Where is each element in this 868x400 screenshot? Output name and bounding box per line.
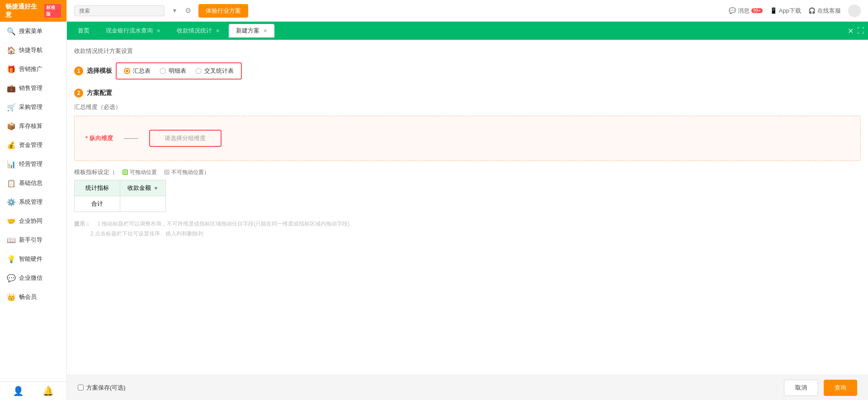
draggable-label: 可拖动位置 <box>130 169 157 176</box>
save-checkbox-label[interactable]: 方案保存(可选) <box>78 384 126 392</box>
save-checkbox[interactable] <box>78 385 84 391</box>
message-item[interactable]: 💬 消息 99+ <box>729 7 763 15</box>
tips: 提示： 1.拖动标题栏可以调整布局，不可跨维度或指标区域拖动任目字段(只能在同一… <box>74 219 861 239</box>
sidebar-icon-marketing: 🎁 <box>7 65 15 73</box>
radio-cross-dot <box>195 68 202 74</box>
sidebar-icon-inventory: 📦 <box>7 122 15 130</box>
tab-home[interactable]: 首页 <box>71 24 97 38</box>
non-draggable-dot <box>164 169 170 175</box>
save-label: 方案保存(可选) <box>86 384 126 392</box>
main-area: ▼ ⚙ 体验行业方案 💬 消息 99+ 📱 App下载 🎧 在线客服 首页 <box>67 0 868 400</box>
tab-home-label: 首页 <box>78 27 90 35</box>
tab-cashbank-close[interactable]: ✕ <box>156 28 160 34</box>
radio-detail[interactable]: 明细表 <box>160 67 186 75</box>
topbar-actions: 💬 消息 99+ 📱 App下载 🎧 在线客服 <box>729 5 861 17</box>
row-label-text: 合计 <box>91 200 103 207</box>
sidebar-icon-quick-nav: 🏠 <box>7 46 15 54</box>
indicator-header: 模板指标设定（ 可拖动位置 不可拖动位置） <box>74 168 861 176</box>
indicator-group-label: 统计指标 <box>85 184 109 191</box>
indicator-row-cell <box>120 196 166 212</box>
sidebar-icon-management: 📊 <box>7 160 15 168</box>
radio-detail-dot <box>160 68 166 74</box>
config-subtitle: 汇总维度（必选） <box>74 103 861 111</box>
step2-num: 2 <box>74 89 83 98</box>
step1-section: 1 选择模板 汇总表 明细表 交叉统计表 <box>74 62 861 80</box>
window-close-btn[interactable]: ✕ <box>848 27 854 35</box>
sidebar-icon-purchase: 🛒 <box>7 103 15 111</box>
sidebar-logo: 畅捷通好生意 标准版 <box>0 0 66 22</box>
tab-cashbank[interactable]: 现金银行流水查询 ✕ <box>99 24 168 38</box>
dim-selector[interactable]: 请选择分组维度 <box>149 130 222 147</box>
tab-receipts-label: 收款情况统计 <box>177 27 212 35</box>
step2-header: 2 方案配置 <box>74 89 861 98</box>
sidebar-icon-finance: 💰 <box>7 141 15 149</box>
sidebar-label-purchase: 采购管理 <box>19 103 42 111</box>
sidebar-item-member[interactable]: 👑畅会员 <box>0 287 66 306</box>
window-controls: ✕ ⛶ <box>848 27 864 35</box>
service-icon: 🎧 <box>808 7 816 14</box>
radio-summary-label: 汇总表 <box>133 67 151 75</box>
sidebar-item-system[interactable]: ⚙️系统管理 <box>0 193 66 212</box>
sidebar-label-smart-hw: 智能硬件 <box>19 255 42 263</box>
app-download-label: App下载 <box>779 7 801 15</box>
sidebar-item-base-info[interactable]: 📋基础信息 <box>0 174 66 193</box>
sidebar-bottom-icon1[interactable]: 👤 <box>13 386 24 396</box>
sidebar-icon-sales: 💼 <box>7 84 15 92</box>
tab-receipts-close[interactable]: ✕ <box>216 28 220 34</box>
tab-newscheme-close[interactable]: ✕ <box>263 28 267 34</box>
col-header-text: 收款金额 <box>127 184 151 192</box>
cancel-button[interactable]: 取消 <box>784 380 818 396</box>
tabbar: 首页 现金银行流水查询 ✕ 收款情况统计 ✕ 新建方案 ✕ ✕ ⛶ <box>67 22 868 40</box>
sidebar-icon-member: 👑 <box>7 293 15 301</box>
tab-receipts[interactable]: 收款情况统计 ✕ <box>170 24 227 38</box>
sidebar-bottom-icon2[interactable]: 🔔 <box>42 386 54 396</box>
app-download-item[interactable]: 📱 App下载 <box>770 7 801 15</box>
tips-title: 提示： <box>74 221 90 227</box>
draggable-dot <box>123 169 128 175</box>
radio-summary[interactable]: 汇总表 <box>124 67 151 75</box>
dimension-area: * 纵向维度 —— 请选择分组维度 <box>74 116 861 161</box>
sidebar-label-inventory: 库存核算 <box>19 122 42 130</box>
sidebar-item-wechat[interactable]: 💬企业微信 <box>0 268 66 287</box>
draggable-badge: 可拖动位置 <box>123 169 157 176</box>
sidebar-item-finance[interactable]: 💰资金管理 <box>0 136 66 155</box>
sidebar-label-sales: 销售管理 <box>19 84 42 92</box>
query-button[interactable]: 查询 <box>824 380 857 396</box>
tab-cashbank-label: 现金银行流水查询 <box>106 27 153 35</box>
non-draggable-label: 不可拖动位置） <box>171 169 209 176</box>
sidebar-item-management[interactable]: 📊经营管理 <box>0 155 66 174</box>
sidebar-item-purchase[interactable]: 🛒采购管理 <box>0 98 66 117</box>
search-input[interactable] <box>74 5 165 16</box>
message-label: 消息 <box>738 7 750 15</box>
online-service-label: 在线客服 <box>817 7 841 15</box>
sidebar-item-search-menu[interactable]: 🔍搜索菜单 <box>0 22 66 41</box>
sidebar-item-marketing[interactable]: 🎁营销推广 <box>0 60 66 79</box>
sidebar-item-quick-nav[interactable]: 🏠快捷导航 <box>0 41 66 60</box>
message-badge: 99+ <box>751 8 763 13</box>
user-avatar[interactable] <box>848 5 861 17</box>
sidebar-bottom: 👤 🔔 <box>0 381 66 400</box>
sidebar-item-sales[interactable]: 💼销售管理 <box>0 79 66 98</box>
topbar-dropdown-icon[interactable]: ▼ <box>172 7 178 14</box>
window-maximize-btn[interactable]: ⛶ <box>857 27 864 35</box>
step1-title: 选择模板 <box>87 67 112 75</box>
step1-header: 1 选择模板 汇总表 明细表 交叉统计表 <box>74 62 861 80</box>
sidebar-item-enterprise[interactable]: 🤝企业协同 <box>0 212 66 231</box>
template-box: 汇总表 明细表 交叉统计表 <box>116 62 242 80</box>
industry-btn[interactable]: 体验行业方案 <box>198 4 248 18</box>
tab-newscheme[interactable]: 新建方案 ✕ <box>229 24 274 38</box>
sidebar-label-finance: 资金管理 <box>19 141 42 149</box>
col-dropdown-arrow[interactable]: ▼ <box>154 186 158 191</box>
sidebar-item-guide[interactable]: 📖新手引导 <box>0 231 66 249</box>
sidebar-label-management: 经营管理 <box>19 160 42 168</box>
page-title: 收款情况统计方案设置 <box>74 47 861 55</box>
sidebar-item-smart-hw[interactable]: 💡智能硬件 <box>0 249 66 268</box>
tip1: 1.拖动标题栏可以调整布局，不可跨维度或指标区域拖动任目字段(只能在同一维度或指… <box>92 221 349 227</box>
sidebar-label-search-menu: 搜索菜单 <box>19 27 42 35</box>
topbar-gear-icon[interactable]: ⚙ <box>185 6 191 15</box>
radio-summary-dot <box>124 68 130 74</box>
radio-cross[interactable]: 交叉统计表 <box>195 67 234 75</box>
sidebar-icon-smart-hw: 💡 <box>7 255 15 263</box>
online-service-item[interactable]: 🎧 在线客服 <box>808 7 841 15</box>
sidebar-item-inventory[interactable]: 📦库存核算 <box>0 117 66 136</box>
